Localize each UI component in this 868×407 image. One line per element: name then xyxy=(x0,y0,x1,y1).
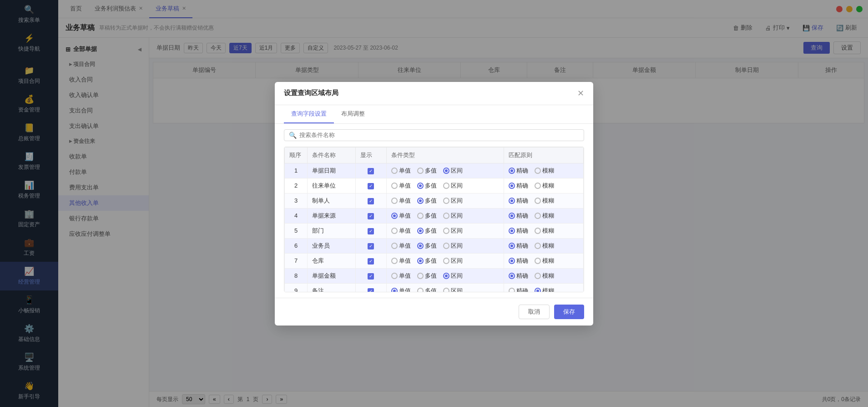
type-radio-区间[interactable]: 区间 xyxy=(443,182,463,190)
type-radio-多值[interactable]: 多值 xyxy=(417,197,437,205)
dialog-title: 设置查询区域布局 xyxy=(284,89,338,97)
radio-circle xyxy=(443,273,449,279)
radio-label: 单值 xyxy=(399,287,411,292)
radio-label: 多值 xyxy=(425,167,437,175)
type-radio-多值[interactable]: 多值 xyxy=(417,242,437,250)
match-radio-精确[interactable]: 精确 xyxy=(509,242,528,250)
row-order: 3 xyxy=(285,193,308,208)
match-radio-模糊[interactable]: 模糊 xyxy=(535,197,554,205)
show-checkbox[interactable] xyxy=(368,213,374,219)
row-type: 单值多值区间 xyxy=(386,268,504,283)
radio-label: 模糊 xyxy=(542,257,554,265)
settings-row: 5部门单值多值区间精确模糊 xyxy=(285,223,584,238)
radio-circle xyxy=(391,198,398,204)
row-match: 精确模糊 xyxy=(504,268,583,283)
type-radio-区间[interactable]: 区间 xyxy=(443,287,463,292)
radio-circle xyxy=(417,168,424,174)
type-radio-区间[interactable]: 区间 xyxy=(443,227,463,235)
radio-label: 区间 xyxy=(451,257,463,265)
type-radio-单值[interactable]: 单值 xyxy=(391,197,411,205)
match-radio-精确[interactable]: 精确 xyxy=(509,257,528,265)
settings-row: 1单据日期单值多值区间精确模糊 xyxy=(285,163,584,178)
radio-label: 模糊 xyxy=(542,242,554,250)
row-name: 仓库 xyxy=(308,253,356,268)
type-radio-区间[interactable]: 区间 xyxy=(443,197,463,205)
match-radio-模糊[interactable]: 模糊 xyxy=(535,212,554,220)
cancel-button[interactable]: 取消 xyxy=(519,305,550,319)
match-radio-模糊[interactable]: 模糊 xyxy=(535,182,554,190)
row-show[interactable] xyxy=(355,223,386,238)
type-radio-区间[interactable]: 区间 xyxy=(443,167,463,175)
type-radio-单值[interactable]: 单值 xyxy=(391,242,411,250)
save-button[interactable]: 保存 xyxy=(554,305,584,319)
row-show[interactable] xyxy=(355,193,386,208)
radio-label: 模糊 xyxy=(542,167,554,175)
radio-label: 精确 xyxy=(516,272,528,280)
radio-circle xyxy=(391,183,398,189)
radio-circle xyxy=(443,168,449,174)
row-type: 单值多值区间 xyxy=(386,223,504,238)
type-radio-多值[interactable]: 多值 xyxy=(417,287,437,292)
match-radio-精确[interactable]: 精确 xyxy=(509,287,528,292)
type-radio-单值[interactable]: 单值 xyxy=(391,272,411,280)
match-radio-模糊[interactable]: 模糊 xyxy=(535,227,554,235)
show-checkbox[interactable] xyxy=(368,228,374,234)
dialog-tab-field-settings[interactable]: 查询字段设置 xyxy=(284,105,334,123)
match-radio-精确[interactable]: 精确 xyxy=(509,227,528,235)
type-radio-单值[interactable]: 单值 xyxy=(391,227,411,235)
row-show[interactable] xyxy=(355,238,386,253)
match-radio-精确[interactable]: 精确 xyxy=(509,272,528,280)
dialog-search-input[interactable] xyxy=(299,132,579,138)
dialog-tab-layout-adjust[interactable]: 布局调整 xyxy=(334,105,372,123)
row-show[interactable] xyxy=(355,208,386,223)
type-radio-多值[interactable]: 多值 xyxy=(417,182,437,190)
show-checkbox[interactable] xyxy=(368,168,374,174)
show-checkbox[interactable] xyxy=(368,273,374,280)
row-show[interactable] xyxy=(355,253,386,268)
row-order: 2 xyxy=(285,178,308,193)
match-radio-模糊[interactable]: 模糊 xyxy=(535,257,554,265)
radio-label: 区间 xyxy=(451,182,463,190)
radio-circle xyxy=(417,198,424,204)
type-radio-区间[interactable]: 区间 xyxy=(443,257,463,265)
match-radio-模糊[interactable]: 模糊 xyxy=(535,242,554,250)
show-checkbox[interactable] xyxy=(368,288,374,292)
match-radio-精确[interactable]: 精确 xyxy=(509,182,528,190)
match-radio-模糊[interactable]: 模糊 xyxy=(535,272,554,280)
match-radio-精确[interactable]: 精确 xyxy=(509,212,528,220)
row-show[interactable] xyxy=(355,163,386,178)
match-radio-精确[interactable]: 精确 xyxy=(509,197,528,205)
radio-label: 精确 xyxy=(516,182,528,190)
type-radio-区间[interactable]: 区间 xyxy=(443,212,463,220)
dialog-search-icon: 🔍 xyxy=(289,132,297,139)
type-radio-单值[interactable]: 单值 xyxy=(391,182,411,190)
type-radio-多值[interactable]: 多值 xyxy=(417,227,437,235)
dialog-close-button[interactable]: ✕ xyxy=(577,88,584,98)
type-radio-区间[interactable]: 区间 xyxy=(443,272,463,280)
type-radio-多值[interactable]: 多值 xyxy=(417,272,437,280)
show-checkbox[interactable] xyxy=(368,258,374,265)
type-radio-单值[interactable]: 单值 xyxy=(391,287,411,292)
radio-label: 单值 xyxy=(399,257,411,265)
match-radio-模糊[interactable]: 模糊 xyxy=(535,167,554,175)
match-radio-精确[interactable]: 精确 xyxy=(509,167,528,175)
type-radio-单值[interactable]: 单值 xyxy=(391,257,411,265)
type-radio-多值[interactable]: 多值 xyxy=(417,167,437,175)
type-radio-多值[interactable]: 多值 xyxy=(417,257,437,265)
radio-circle xyxy=(535,228,541,234)
type-radio-单值[interactable]: 单值 xyxy=(391,212,411,220)
show-checkbox[interactable] xyxy=(368,198,374,204)
radio-label: 区间 xyxy=(451,227,463,235)
type-radio-单值[interactable]: 单值 xyxy=(391,167,411,175)
dialog-header: 设置查询区域布局 ✕ xyxy=(275,82,593,105)
show-checkbox[interactable] xyxy=(368,183,374,189)
row-show[interactable] xyxy=(355,178,386,193)
radio-label: 模糊 xyxy=(542,227,554,235)
show-checkbox[interactable] xyxy=(368,243,374,249)
type-radio-多值[interactable]: 多值 xyxy=(417,212,437,220)
type-radio-区间[interactable]: 区间 xyxy=(443,242,463,250)
match-radio-模糊[interactable]: 模糊 xyxy=(535,287,554,292)
row-match: 精确模糊 xyxy=(504,163,583,178)
row-show[interactable] xyxy=(355,268,386,283)
row-show[interactable] xyxy=(355,283,386,292)
